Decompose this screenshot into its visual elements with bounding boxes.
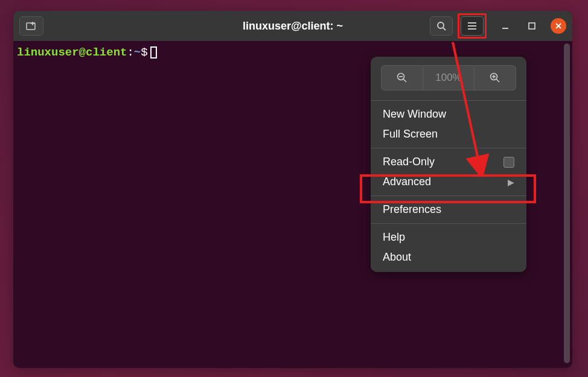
maximize-icon: [528, 22, 535, 30]
hamburger-icon: [468, 22, 476, 30]
menu-label-full-screen: Full Screen: [383, 128, 438, 141]
menu-item-advanced[interactable]: Advanced ▶: [371, 172, 526, 192]
zoom-in-button[interactable]: [474, 65, 516, 90]
menu-item-preferences[interactable]: Preferences: [371, 200, 526, 220]
menu-item-about[interactable]: About: [371, 247, 526, 267]
prompt-path: ~: [134, 46, 141, 59]
zoom-out-button[interactable]: [381, 65, 423, 90]
close-icon: [555, 23, 561, 29]
read-only-checkbox[interactable]: [503, 157, 514, 168]
svg-line-4: [443, 28, 446, 30]
menu-divider: [371, 100, 526, 101]
menu-divider: [371, 195, 526, 196]
svg-point-3: [438, 22, 444, 28]
minimize-icon: [502, 22, 509, 30]
menu-label-help: Help: [383, 231, 405, 244]
svg-line-13: [403, 79, 406, 82]
menu-item-help[interactable]: Help: [371, 227, 526, 247]
menu-divider: [371, 148, 526, 148]
hamburger-annotation-highlight: [458, 13, 487, 39]
close-button[interactable]: [551, 18, 566, 34]
terminal-cursor: [150, 46, 157, 59]
menu-item-read-only[interactable]: Read-Only: [371, 152, 526, 172]
header-right-controls: [430, 13, 566, 39]
search-icon: [436, 21, 446, 31]
prompt-separator: :: [127, 46, 133, 59]
svg-rect-9: [529, 23, 535, 29]
menu-item-new-window[interactable]: New Window: [371, 104, 526, 124]
zoom-in-icon: [490, 72, 500, 83]
menu-divider: [371, 223, 526, 224]
terminal-scrollbar[interactable]: [564, 43, 570, 363]
zoom-out-icon: [397, 72, 407, 83]
hamburger-dropdown-menu: 100% New Window Full Screen Read-Only Ad…: [371, 57, 526, 272]
title-bar: linuxuser@client: ~: [13, 11, 572, 41]
prompt-symbol: $: [141, 46, 147, 59]
hamburger-menu-button[interactable]: [461, 16, 484, 36]
minimize-button[interactable]: [497, 18, 513, 34]
maximize-button[interactable]: [524, 18, 540, 34]
zoom-level-label[interactable]: 100%: [423, 65, 474, 90]
menu-item-full-screen[interactable]: Full Screen: [371, 124, 526, 144]
menu-label-about: About: [383, 251, 411, 264]
search-button[interactable]: [430, 16, 453, 36]
menu-label-preferences: Preferences: [383, 203, 441, 216]
menu-label-read-only: Read-Only: [383, 156, 435, 168]
menu-label-advanced: Advanced: [383, 176, 431, 188]
chevron-right-icon: ▶: [508, 177, 514, 187]
menu-label-new-window: New Window: [383, 108, 446, 121]
svg-line-16: [496, 79, 499, 82]
new-tab-button[interactable]: [19, 16, 43, 36]
prompt-user-host: linuxuser@client: [17, 46, 127, 59]
zoom-control-row: 100%: [371, 62, 526, 97]
window-title: linuxuser@client: ~: [243, 20, 343, 33]
new-tab-icon: [26, 21, 37, 31]
